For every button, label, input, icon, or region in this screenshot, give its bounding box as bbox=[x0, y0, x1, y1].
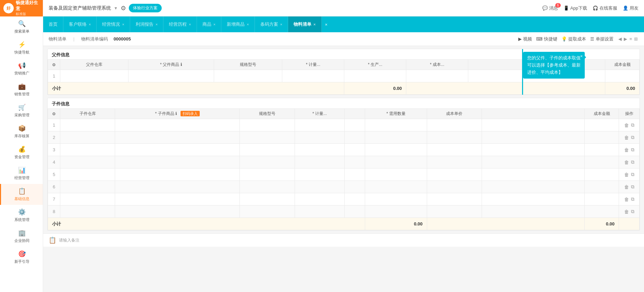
child-row-5-unit-price[interactable] bbox=[427, 168, 482, 181]
child-row-6-qty[interactable] bbox=[365, 181, 427, 193]
child-row-8-qty[interactable] bbox=[365, 206, 427, 218]
tab-customers[interactable]: 客户联络 × bbox=[63, 16, 97, 32]
child-row-8-spec[interactable] bbox=[240, 206, 295, 218]
child-row-2-unit[interactable] bbox=[295, 131, 345, 144]
sidebar-item-enterprise[interactable]: 🏢 企业协同 bbox=[0, 226, 43, 247]
copy-row-8-btn[interactable]: ⧉ bbox=[631, 209, 634, 214]
tab-new-products-close[interactable]: × bbox=[247, 22, 249, 26]
sidebar-item-marketing[interactable]: 📢 营销推广 bbox=[0, 58, 43, 79]
child-row-2-unit-price[interactable] bbox=[427, 131, 482, 144]
tooltip-close-btn[interactable]: × bbox=[580, 53, 583, 60]
prev-page-btn[interactable]: ◀ bbox=[618, 36, 622, 42]
tab-customers-close[interactable]: × bbox=[89, 22, 91, 26]
child-row-1-warehouse[interactable] bbox=[60, 119, 115, 131]
child-row-2-product[interactable] bbox=[115, 131, 240, 144]
parent-row-1-product[interactable] bbox=[128, 70, 214, 82]
settings-icon[interactable]: ⚙ bbox=[121, 4, 126, 12]
delete-row-6-btn[interactable]: 🗑 bbox=[624, 184, 629, 190]
child-row-3-qty[interactable] bbox=[365, 144, 427, 156]
tab-history-close[interactable]: × bbox=[189, 22, 191, 26]
tab-products-close[interactable]: × bbox=[213, 22, 215, 26]
sidebar-item-finance[interactable]: 💰 资金管理 bbox=[0, 142, 43, 163]
copy-row-7-btn[interactable]: ⧉ bbox=[631, 196, 634, 202]
child-row-8-unit-price[interactable] bbox=[427, 206, 482, 218]
sidebar-item-operation[interactable]: 📊 经营管理 bbox=[0, 163, 43, 184]
tab-bom[interactable]: 物料清单 × bbox=[288, 16, 321, 32]
child-row-3-warehouse[interactable] bbox=[60, 144, 115, 156]
copy-row-6-btn[interactable]: ⧉ bbox=[631, 184, 634, 190]
tab-operations[interactable]: 经营情况 × bbox=[97, 16, 130, 32]
child-row-5-unit[interactable] bbox=[295, 168, 345, 181]
copy-row-1-btn[interactable]: ⧉ bbox=[631, 122, 634, 128]
child-row-8-unit[interactable] bbox=[295, 206, 345, 218]
child-row-6-unit-price[interactable] bbox=[427, 181, 482, 193]
delete-row-3-btn[interactable]: 🗑 bbox=[624, 147, 629, 153]
next-page-btn[interactable]: ▶ bbox=[623, 36, 628, 42]
close-all-tabs[interactable]: × bbox=[322, 16, 331, 32]
child-row-7-warehouse[interactable] bbox=[60, 193, 115, 206]
child-row-5-warehouse[interactable] bbox=[60, 168, 115, 181]
tab-products[interactable]: 商品 × bbox=[197, 16, 221, 32]
note-placeholder[interactable]: 请输入备注 bbox=[59, 237, 79, 243]
child-row-5-product[interactable] bbox=[115, 168, 240, 181]
child-row-4-qty[interactable] bbox=[365, 156, 427, 168]
shortcut-btn[interactable]: ⌨ 快捷键 bbox=[536, 36, 557, 42]
sidebar-item-purchase[interactable]: 🛒 采购管理 bbox=[0, 100, 43, 121]
message-btn[interactable]: 💬 消息 6 bbox=[542, 5, 558, 11]
parent-row-1-unit[interactable] bbox=[282, 70, 344, 82]
copy-row-4-btn[interactable]: ⧉ bbox=[631, 159, 634, 165]
tab-profit[interactable]: 利润报告 × bbox=[130, 16, 163, 32]
child-row-3-unit-price[interactable] bbox=[427, 144, 482, 156]
sidebar-item-basic[interactable]: 📋 基础信息 bbox=[0, 184, 43, 205]
sidebar-item-search[interactable]: 🔍 搜索菜单 bbox=[0, 16, 43, 37]
child-row-7-unit[interactable] bbox=[295, 193, 345, 206]
child-row-5-spec[interactable] bbox=[240, 168, 295, 181]
tab-history[interactable]: 经营历程 × bbox=[163, 16, 197, 32]
child-row-1-unit[interactable] bbox=[295, 119, 345, 131]
child-row-2-warehouse[interactable] bbox=[60, 131, 115, 144]
child-row-1-spec[interactable] bbox=[240, 119, 295, 131]
child-row-7-qty[interactable] bbox=[365, 193, 427, 206]
delete-row-8-btn[interactable]: 🗑 bbox=[624, 209, 629, 214]
delete-row-1-btn[interactable]: 🗑 bbox=[624, 122, 629, 128]
child-row-4-product[interactable] bbox=[115, 156, 240, 168]
sidebar-item-system[interactable]: ⚙️ 系统管理 bbox=[0, 205, 43, 226]
sidebar-item-quicknav[interactable]: ⚡ 快捷导航 bbox=[0, 37, 43, 58]
child-row-6-spec[interactable] bbox=[240, 181, 295, 193]
copy-row-5-btn[interactable]: ⧉ bbox=[631, 172, 634, 177]
trial-button[interactable]: 体验行业方案 bbox=[129, 4, 162, 12]
delete-row-7-btn[interactable]: 🗑 bbox=[624, 197, 629, 202]
copy-row-3-btn[interactable]: ⧉ bbox=[631, 147, 634, 153]
sidebar-item-sales[interactable]: 💼 销售管理 bbox=[0, 79, 43, 100]
service-btn[interactable]: 🎧 在线客服 bbox=[593, 5, 617, 11]
sidebar-item-inventory[interactable]: 📦 库存核算 bbox=[0, 121, 43, 142]
child-row-2-spec[interactable] bbox=[240, 131, 295, 144]
child-row-3-spec[interactable] bbox=[240, 144, 295, 156]
delete-row-5-btn[interactable]: 🗑 bbox=[624, 172, 629, 177]
child-row-8-warehouse[interactable] bbox=[60, 206, 115, 218]
tab-bom-close[interactable]: × bbox=[313, 22, 315, 26]
parent-row-1-produce[interactable] bbox=[344, 70, 406, 82]
list-view-btn[interactable]: ≡ bbox=[629, 36, 633, 42]
child-row-6-product[interactable] bbox=[115, 181, 240, 193]
parent-row-1-spec[interactable] bbox=[214, 70, 282, 82]
parent-row-1-warehouse[interactable] bbox=[60, 70, 128, 82]
tab-profit-close[interactable]: × bbox=[156, 22, 158, 26]
tab-home[interactable]: 首页 bbox=[43, 16, 63, 32]
child-row-4-unit[interactable] bbox=[295, 156, 345, 168]
delete-row-4-btn[interactable]: 🗑 bbox=[624, 160, 629, 165]
copy-row-2-btn[interactable]: ⧉ bbox=[631, 135, 634, 140]
parent-row-1-cost[interactable] bbox=[406, 70, 468, 82]
user-btn[interactable]: 👤 用友 bbox=[623, 5, 639, 11]
tab-operations-close[interactable]: × bbox=[122, 22, 124, 26]
child-row-1-unit-price[interactable] bbox=[427, 119, 482, 131]
tab-barcode[interactable]: 条码方案 × bbox=[255, 16, 288, 32]
delete-row-2-btn[interactable]: 🗑 bbox=[624, 135, 629, 140]
dropdown-arrow[interactable]: ▼ bbox=[114, 6, 118, 11]
child-row-3-product[interactable] bbox=[115, 144, 240, 156]
child-row-6-warehouse[interactable] bbox=[60, 181, 115, 193]
child-row-4-unit-price[interactable] bbox=[427, 156, 482, 168]
child-row-7-unit-price[interactable] bbox=[427, 193, 482, 206]
cost-btn[interactable]: 💡 提取成本 bbox=[561, 36, 586, 42]
child-row-2-qty[interactable] bbox=[365, 131, 427, 144]
